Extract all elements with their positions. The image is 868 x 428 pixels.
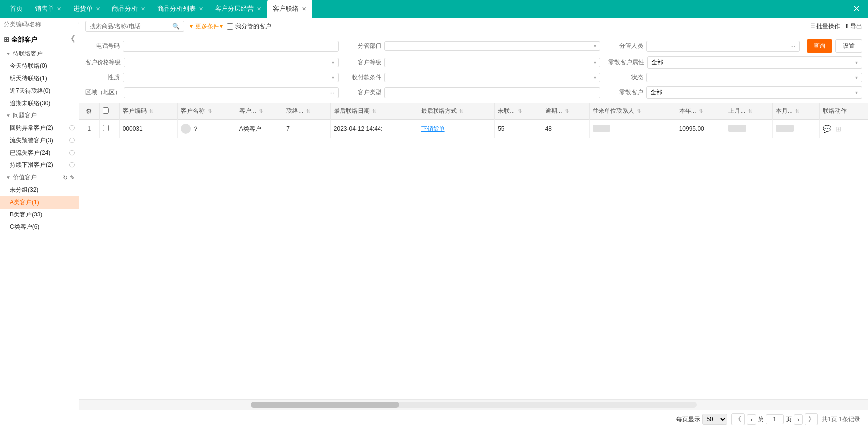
horizontal-scrollbar[interactable]	[79, 399, 868, 410]
app-close-button[interactable]: ✕	[849, 3, 864, 14]
page-size-dropdown[interactable]: 20 50 100 200	[702, 414, 727, 425]
batch-op-button[interactable]: ☰ 批量操作	[810, 22, 840, 31]
close-tab-purchase[interactable]: ✕	[96, 6, 100, 12]
pagination-bar: 每页显示 20 50 100 200 《 ‹ 第 页 › 》 共1页 1条记录	[79, 410, 868, 428]
row-type: A类客户	[236, 120, 283, 138]
sidebar-group-problem-customers[interactable]: ▼ 问题客户	[0, 109, 79, 122]
table-settings-icon[interactable]: ⚙	[86, 107, 92, 115]
sidebar-item-7days-pending[interactable]: 近7天待联络(0)	[0, 85, 79, 97]
nature-select[interactable]: ▾	[123, 73, 339, 82]
edit-icon[interactable]: ✎	[70, 174, 75, 181]
problem-customers-title: 问题客户	[13, 111, 37, 120]
th-name[interactable]: 客户名称 ⇅	[178, 103, 236, 120]
tab-sales[interactable]: 销售单 ✕	[29, 0, 67, 18]
sidebar-all-customers[interactable]: ⊞ 全部客户 《	[0, 31, 79, 48]
filter-more-conditions[interactable]: ▼ 更多条件 ▾	[188, 22, 223, 31]
customer-type-input[interactable]	[384, 87, 600, 98]
price-level-select[interactable]: ▾	[124, 58, 339, 67]
customer-level-select[interactable]: ▾	[384, 58, 600, 67]
dept-arrow: ▾	[594, 43, 596, 49]
page-suffix: 页	[786, 415, 792, 424]
retail-attr-select[interactable]: 全部 ▾	[647, 56, 862, 69]
grid-action-icon[interactable]: ⊞	[835, 125, 841, 133]
tab-customer-segment[interactable]: 客户分层经营 ✕	[209, 0, 267, 18]
row-index: 1	[79, 120, 99, 138]
close-tab-customer-segment[interactable]: ✕	[257, 6, 261, 12]
tab-goods-analysis[interactable]: 商品分析 ✕	[106, 0, 151, 18]
sidebar-item-churned[interactable]: 已流失客户(24) ⓘ	[0, 147, 79, 159]
dept-select[interactable]: ▾	[384, 41, 600, 51]
sidebar-item-class-b[interactable]: B类客户(33)	[0, 209, 79, 221]
filter-search-box: 🔍	[85, 21, 184, 32]
sidebar-item-repurchase-anomaly[interactable]: 回购异常客户(2) ⓘ	[0, 122, 79, 134]
sidebar-collapse-btn[interactable]: 《	[67, 34, 75, 45]
sidebar-item-churn-warning[interactable]: 流失预警客户(3) ⓘ	[0, 134, 79, 147]
sidebar-group-value-customers[interactable]: ▼ 价值客户 ↻ ✎	[0, 171, 79, 184]
first-page-button[interactable]: 《	[731, 413, 745, 425]
row-last-contact-method[interactable]: 下销货单	[418, 120, 495, 138]
retail-customer-label: 零散客户	[608, 88, 643, 97]
sidebar-item-today-pending[interactable]: 今天待联络(0)	[0, 60, 79, 72]
scroll-track[interactable]	[251, 402, 697, 408]
th-current-month[interactable]: 本月... ⇅	[772, 103, 819, 120]
th-last-contact-method[interactable]: 最后联络方式 ⇅	[418, 103, 495, 120]
th-current-year[interactable]: 本年... ⇅	[676, 103, 725, 120]
table-area: ⚙ 客户编码 ⇅ 客户名称 ⇅	[79, 103, 868, 399]
dept-label: 分管部门	[347, 42, 381, 50]
prev-page-button[interactable]: ‹	[747, 414, 756, 425]
filter-bar-right: ☰ 批量操作 ⬆ 导出	[810, 22, 862, 31]
sidebar-search-input[interactable]	[4, 21, 78, 28]
status-select[interactable]: ▾	[646, 73, 862, 82]
sidebar-item-class-c[interactable]: C类客户(6)	[0, 221, 79, 233]
select-all-checkbox[interactable]	[103, 107, 109, 114]
settings-button[interactable]: 设置	[835, 39, 862, 53]
close-tab-customer-contact[interactable]: ✕	[302, 6, 306, 12]
sidebar-group-pending-contact[interactable]: ▼ 待联络客户	[0, 48, 79, 60]
page-number-input[interactable]	[766, 414, 784, 424]
sidebar-item-continuous-decline[interactable]: 持续下滑客户(2) ⓘ	[0, 159, 79, 171]
close-tab-goods-analysis[interactable]: ✕	[141, 6, 145, 12]
phone-input[interactable]	[123, 41, 339, 52]
export-button[interactable]: ⬆ 导出	[844, 22, 862, 31]
th-last-contact-date[interactable]: 最后联络日期 ⇅	[330, 103, 418, 120]
tab-customer-contact[interactable]: 客户联络 ✕	[267, 0, 312, 18]
export-icon: ⬆	[844, 23, 849, 30]
th-type[interactable]: 客户... ⇅	[236, 103, 283, 120]
refresh-icon[interactable]: ↻	[63, 174, 68, 181]
tab-home[interactable]: 首页	[4, 0, 29, 18]
payment-select[interactable]: ▾	[384, 73, 600, 82]
th-uncontacted[interactable]: 未联... ⇅	[495, 103, 542, 120]
th-contact-count[interactable]: 联络... ⇅	[283, 103, 330, 120]
th-last-month[interactable]: 上月... ⇅	[725, 103, 772, 120]
type-sort-icon: ⇅	[259, 108, 263, 114]
tab-goods-analysis-list[interactable]: 商品分析列表 ✕	[151, 0, 209, 18]
close-tab-sales[interactable]: ✕	[57, 6, 61, 12]
close-tab-goods-analysis-list[interactable]: ✕	[199, 6, 203, 12]
filter-search-icon[interactable]: 🔍	[172, 23, 180, 30]
th-code[interactable]: 客户编码 ⇅	[119, 103, 178, 120]
retail-customer-select[interactable]: 全部 ▾	[646, 86, 862, 99]
last-page-button[interactable]: 》	[805, 413, 818, 425]
my-customers-checkbox[interactable]	[227, 23, 233, 30]
row-select-checkbox[interactable]	[103, 125, 109, 131]
nature-arrow: ▾	[332, 75, 334, 80]
query-button[interactable]: 查询	[807, 39, 832, 53]
sidebar-item-tomorrow-pending[interactable]: 明天待联络(1)	[0, 72, 79, 85]
next-page-button[interactable]: ›	[794, 414, 803, 425]
row-contact-count: 7	[283, 120, 330, 138]
last-month-placeholder	[728, 125, 746, 132]
sidebar-item-unclassified[interactable]: 未分组(32)	[0, 184, 79, 196]
filter-search-input[interactable]	[90, 23, 170, 30]
tab-purchase[interactable]: 进货单 ✕	[67, 0, 106, 18]
chat-action-icon[interactable]: 💬	[823, 125, 831, 133]
sidebar-item-class-a[interactable]: A类客户(1)	[0, 196, 79, 209]
filter-my-customers[interactable]: 我分管的客户	[227, 22, 271, 31]
all-customers-label: 全部客户	[11, 35, 37, 44]
th-overdue[interactable]: 逾期... ⇅	[542, 103, 589, 120]
filter-icon: ▼	[188, 23, 194, 30]
scroll-thumb[interactable]	[251, 402, 399, 408]
th-company-contact[interactable]: 往来单位联系人 ⇅	[590, 103, 676, 120]
manager-select[interactable]: ···	[646, 41, 800, 52]
sidebar-item-overdue-uncontacted[interactable]: 逾期未联络(30)	[0, 97, 79, 109]
region-select[interactable]: ···	[124, 87, 339, 98]
